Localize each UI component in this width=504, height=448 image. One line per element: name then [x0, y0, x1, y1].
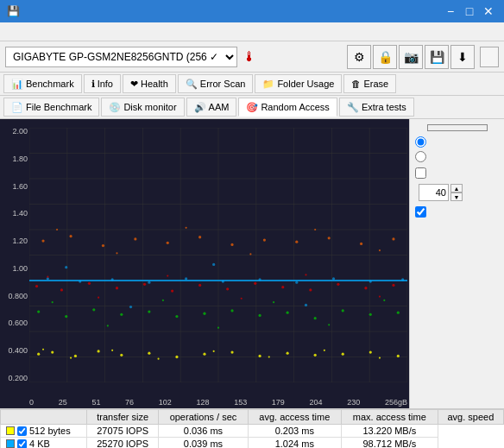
svg-point-82	[41, 239, 44, 242]
svg-point-94	[56, 229, 58, 230]
x-label-9: 230	[347, 398, 360, 407]
radio-write-input[interactable]	[415, 151, 426, 162]
short-stroke-checkbox[interactable]	[415, 167, 426, 179]
tab-label: Folder Usage	[277, 79, 334, 89]
chart-canvas	[29, 128, 407, 382]
svg-point-39	[111, 350, 113, 351]
tab-icon: 🎯	[246, 102, 258, 113]
svg-point-27	[148, 351, 150, 354]
svg-point-80	[328, 324, 330, 325]
svg-point-114	[47, 276, 48, 278]
start-button[interactable]	[427, 124, 488, 131]
tab-disk-monitor[interactable]: 💿Disk monitor	[101, 98, 184, 117]
row-color-box	[6, 439, 15, 448]
spinbox-down-button[interactable]: ▼	[450, 192, 463, 201]
table-cell-1-1: 0.039 ms	[159, 438, 248, 449]
svg-point-67	[203, 312, 205, 315]
svg-point-70	[287, 312, 289, 314]
svg-point-116	[167, 274, 168, 276]
chart-svg	[29, 128, 407, 382]
tab-error-scan[interactable]: 🔍Error Scan	[178, 74, 254, 93]
spinbox-up-button[interactable]: ▲	[450, 184, 463, 192]
svg-point-58	[129, 306, 132, 308]
tab-icon: 📁	[262, 79, 274, 90]
device-selector[interactable]: GIGABYTE GP-GSM2NE8256GNTD (256 ✓	[5, 47, 237, 67]
title-bar-title: 💾	[7, 5, 23, 17]
close-button[interactable]: ✕	[480, 3, 497, 20]
tab-erase[interactable]: 🗑Erase	[343, 74, 396, 93]
svg-point-85	[134, 237, 136, 240]
svg-point-69	[258, 314, 261, 317]
radio-read[interactable]	[415, 136, 499, 148]
x-label-1: 25	[59, 398, 67, 407]
gb-input[interactable]	[419, 184, 449, 201]
tab-benchmark[interactable]: 📊Benchmark	[3, 74, 82, 93]
maximize-button[interactable]: □	[461, 3, 478, 20]
menu-help[interactable]	[17, 30, 28, 34]
svg-point-29	[203, 353, 205, 356]
icon-btn-1[interactable]: ⚙	[347, 45, 371, 69]
svg-point-57	[65, 266, 67, 268]
svg-point-23	[51, 350, 54, 353]
table-header-4: avg. speed	[438, 410, 503, 425]
icon-btn-4[interactable]: 💾	[425, 45, 449, 69]
x-label-10: 256gB	[385, 398, 407, 407]
exit-button[interactable]	[480, 47, 499, 67]
minimize-button[interactable]: −	[442, 3, 459, 20]
svg-point-110	[309, 288, 312, 291]
svg-point-48	[111, 278, 114, 281]
svg-point-72	[342, 309, 344, 312]
svg-point-51	[222, 280, 224, 282]
table-cell-0-3: 13.220 MB/s	[341, 425, 438, 438]
table-header-1: operations / sec	[159, 410, 248, 425]
tab-label: AAM	[209, 102, 230, 112]
svg-point-90	[295, 241, 298, 243]
four-kb-item[interactable]	[415, 206, 499, 218]
tab-aam[interactable]: 🔊AAM	[186, 98, 237, 117]
gb-spinbox: ▲ ▼	[419, 184, 499, 201]
tab-icon: 💿	[109, 102, 121, 113]
tab-file-benchmark[interactable]: 📄File Benchmark	[3, 98, 99, 117]
tab-info[interactable]: ℹInfo	[84, 74, 121, 93]
tab-health[interactable]: ❤Health	[123, 74, 176, 93]
data-table-container: transfer sizeoperations / secavg. access…	[0, 408, 504, 448]
svg-point-28	[175, 356, 178, 358]
svg-point-50	[185, 277, 187, 280]
table-header-empty	[1, 410, 87, 425]
svg-point-86	[167, 242, 169, 244]
svg-point-101	[60, 288, 63, 291]
row-checkbox-1[interactable]	[17, 439, 27, 449]
radio-group-rw	[415, 136, 499, 162]
icon-btn-2[interactable]: 🔒	[373, 45, 397, 69]
y-label-5: 1.00	[2, 265, 28, 273]
menu-file[interactable]	[3, 30, 14, 34]
svg-point-38	[70, 357, 72, 359]
short-stroke-item[interactable]	[415, 167, 499, 179]
table-cell-label-0: 512 bytes	[1, 425, 87, 438]
svg-point-89	[263, 238, 266, 241]
svg-point-40	[157, 358, 159, 360]
tab-icon: ❤	[130, 79, 138, 90]
svg-point-103	[116, 287, 118, 289]
main-content: 2.001.801.601.401.201.000.8000.6000.4000…	[0, 119, 504, 408]
svg-point-61	[37, 310, 40, 312]
radio-write[interactable]	[415, 151, 499, 162]
y-axis-labels: 2.001.801.601.401.201.000.8000.6000.4000…	[2, 128, 28, 382]
tab-random-access[interactable]: 🎯Random Access	[238, 98, 337, 117]
x-label-7: 179	[272, 398, 285, 407]
radio-read-input[interactable]	[415, 136, 426, 148]
tab-icon: 📄	[11, 102, 23, 113]
tab-folder-usage[interactable]: 📁Folder Usage	[255, 74, 342, 93]
y-label-7: 0.600	[2, 319, 28, 327]
svg-point-109	[281, 286, 284, 288]
four-kb-checkbox[interactable]	[415, 206, 426, 218]
icon-btn-3[interactable]: 📷	[399, 45, 423, 69]
svg-point-87	[198, 236, 201, 238]
title-bar: 💾 − □ ✕	[0, 0, 504, 22]
icon-btn-5[interactable]: ⬇	[450, 45, 475, 69]
row-checkbox-0[interactable]	[17, 426, 27, 436]
row-color-box	[6, 426, 15, 435]
svg-point-102	[88, 282, 91, 285]
y-label-3: 1.40	[2, 210, 28, 218]
tab-extra-tests[interactable]: 🔧Extra tests	[339, 98, 414, 117]
